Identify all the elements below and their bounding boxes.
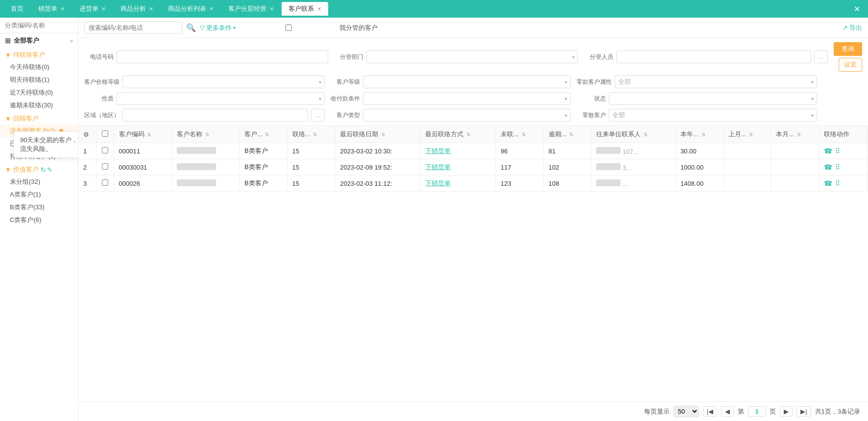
customer-type-select[interactable]: ▾: [363, 109, 571, 122]
row-last-method[interactable]: 下销货单: [420, 175, 496, 192]
per-page-select[interactable]: 50 20 100: [674, 406, 699, 417]
sort-icon[interactable]: ⇅: [644, 132, 648, 137]
manager-input[interactable]: [616, 50, 811, 63]
action-contact-icon[interactable]: ☎: [824, 179, 832, 187]
sidebar-section-pending[interactable]: ▼ 待联络客户: [0, 48, 78, 61]
close-icon[interactable]: ✕: [60, 6, 65, 12]
sidebar-section-review[interactable]: ▼ 回顾客户: [0, 112, 78, 124]
settings-button[interactable]: 设置: [839, 58, 862, 72]
sort-icon[interactable]: ⇅: [797, 132, 801, 137]
sidebar-item-ungrouped[interactable]: 未分组(32): [0, 175, 78, 188]
row-name: [171, 159, 239, 175]
sort-icon[interactable]: ⇅: [749, 132, 753, 137]
tab-home[interactable]: 首页: [4, 2, 30, 16]
search-input[interactable]: [84, 22, 182, 34]
row-checkbox[interactable]: [102, 179, 108, 186]
filter-customer-level: 客户等级 ▾: [331, 75, 571, 88]
select-all-checkbox[interactable]: [102, 130, 108, 137]
action-contact-icon[interactable]: ☎: [824, 147, 832, 155]
last-page-button[interactable]: ▶|: [796, 406, 811, 417]
dept-select[interactable]: ▾: [366, 50, 578, 63]
close-icon[interactable]: ✕: [269, 6, 274, 12]
blurred-contact: [596, 147, 621, 154]
sidebar-item-tomorrow[interactable]: 明天待联络(1): [0, 74, 78, 86]
row-last-date: 2023-03-02 10:30:: [335, 143, 420, 159]
first-page-button[interactable]: |◀: [703, 406, 717, 417]
status-select[interactable]: ▾: [609, 92, 817, 105]
sidebar-search-input[interactable]: [5, 22, 78, 29]
refresh-icon[interactable]: ↻: [41, 166, 46, 173]
prev-page-button[interactable]: ◀: [721, 406, 734, 417]
sort-icon[interactable]: ⇅: [701, 132, 705, 137]
gender-select[interactable]: ▾: [117, 92, 325, 105]
tab-customer-contact[interactable]: 客户联系 ✕: [282, 2, 328, 16]
sidebar-item-class-c[interactable]: C类客户(6): [0, 214, 78, 226]
tab-product-analysis-list[interactable]: 商品分析列表 ✕: [161, 2, 220, 16]
action-more-icon[interactable]: ⠿: [835, 179, 840, 187]
region-input[interactable]: [122, 109, 308, 122]
settings-col-header[interactable]: ⚙: [78, 126, 96, 143]
phone-input[interactable]: [117, 50, 328, 63]
row-code: 000026: [114, 175, 171, 192]
more-conditions-btn[interactable]: ▽ 更多条件 ▾: [200, 24, 236, 32]
method-link[interactable]: 下销货单: [425, 179, 451, 187]
zero-customer-select[interactable]: 全部 ▾: [609, 109, 817, 122]
action-more-icon[interactable]: ⠿: [835, 147, 840, 155]
sidebar-item-7days[interactable]: 近7天待联络(0): [0, 86, 78, 99]
sidebar-item-today[interactable]: 今天待联络(0): [0, 61, 78, 74]
sidebar-section-value[interactable]: ▼ 价值客户 ↻ ✎: [0, 163, 78, 175]
method-link[interactable]: 下销货单: [425, 163, 451, 171]
close-icon[interactable]: ✕: [149, 6, 153, 12]
payment-select[interactable]: ▾: [363, 92, 571, 105]
my-customers-checkbox-label[interactable]: 我分管的客户: [240, 24, 378, 32]
close-icon[interactable]: ✕: [317, 6, 321, 12]
manager-ellipsis-button[interactable]: ...: [814, 50, 828, 63]
sort-icon[interactable]: ⇅: [569, 132, 573, 137]
action-more-icon[interactable]: ⠿: [835, 163, 840, 171]
window-close-button[interactable]: ✕: [850, 4, 864, 14]
row-last-method[interactable]: 下销货单: [420, 159, 496, 175]
sort-icon[interactable]: ⇅: [313, 132, 317, 137]
row-checkbox-cell[interactable]: [96, 159, 114, 175]
export-button[interactable]: ↗ 导出: [843, 24, 862, 32]
row-checkbox-cell[interactable]: [96, 175, 114, 192]
next-page-button[interactable]: ▶: [780, 406, 793, 417]
sidebar-item-class-b[interactable]: B类客户(33): [0, 201, 78, 214]
action-contact-icon[interactable]: ☎: [824, 163, 832, 171]
search-button[interactable]: 🔍: [186, 23, 196, 32]
my-customers-checkbox[interactable]: [240, 25, 338, 31]
sort-icon[interactable]: ⇅: [147, 132, 151, 137]
customer-type-label: 客户类型: [331, 111, 360, 120]
row-checkbox[interactable]: [102, 163, 108, 170]
sort-icon[interactable]: ⇅: [522, 132, 526, 137]
row-contact-count: 15: [287, 143, 335, 159]
customer-level-select[interactable]: ▾: [363, 75, 571, 88]
tab-sales[interactable]: 销货单 ✕: [31, 2, 72, 16]
close-icon[interactable]: ✕: [209, 6, 214, 12]
tab-product-analysis[interactable]: 商品分析 ✕: [114, 2, 160, 16]
collapse-icon[interactable]: «: [70, 38, 73, 44]
price-level-select[interactable]: ▾: [122, 75, 325, 88]
col-customer-type: 客户... ⇅: [239, 126, 287, 143]
close-icon[interactable]: ✕: [101, 6, 106, 12]
row-checkbox-cell[interactable]: [96, 143, 114, 159]
sort-icon[interactable]: ⇅: [466, 132, 470, 137]
sort-icon[interactable]: ⇅: [381, 132, 385, 137]
page-number-input[interactable]: [748, 406, 766, 417]
row-last-method[interactable]: 下销货单: [420, 143, 496, 159]
sidebar-item-overdue[interactable]: 逾期未联络(30): [0, 99, 78, 112]
method-link[interactable]: 下销货单: [425, 147, 451, 154]
select-all-col-header[interactable]: [96, 126, 114, 143]
sort-icon[interactable]: ⇅: [265, 132, 269, 137]
sidebar-item-class-a[interactable]: A类客户(1): [0, 188, 78, 201]
row-checkbox[interactable]: [102, 147, 108, 153]
zero-attr-select[interactable]: 全部 ▾: [615, 75, 817, 88]
tab-purchase[interactable]: 进货单 ✕: [72, 2, 113, 16]
edit-icon[interactable]: ✎: [47, 166, 52, 173]
sort-icon[interactable]: ⇅: [205, 132, 209, 137]
sidebar-all-customers[interactable]: ⊞ 全部客户 «: [0, 33, 78, 48]
query-button[interactable]: 查询: [834, 42, 862, 56]
tab-customer-segment[interactable]: 客户分层经营 ✕: [221, 2, 281, 16]
region-ellipsis-button[interactable]: ...: [311, 109, 325, 122]
total-info: 共1页，3条记录: [815, 407, 860, 416]
